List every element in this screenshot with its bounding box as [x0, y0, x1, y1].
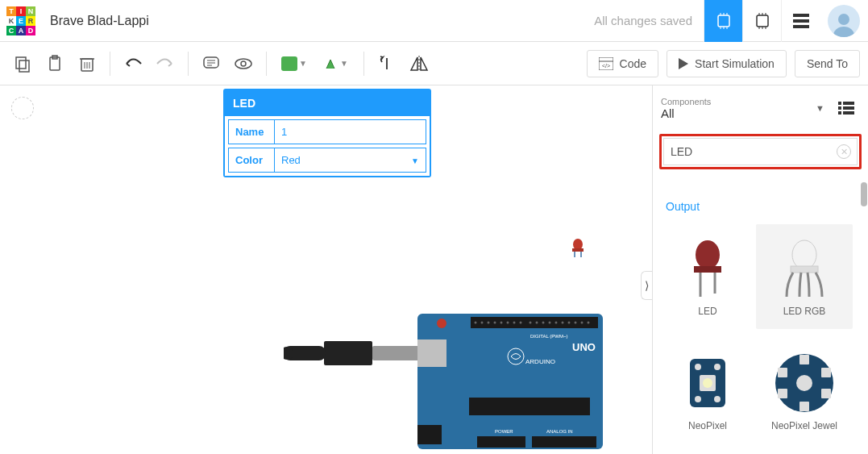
- svg-text:DIGITAL (PWM~): DIGITAL (PWM~): [530, 334, 568, 339]
- list-toggle-button[interactable]: [833, 94, 860, 122]
- wire-color-button[interactable]: ▼: [275, 49, 314, 78]
- toolbar-separator: [363, 52, 364, 76]
- svg-rect-82: [838, 111, 841, 115]
- copy-button[interactable]: [8, 49, 37, 78]
- user-avatar[interactable]: [828, 5, 860, 37]
- svg-rect-103: [778, 389, 787, 398]
- svg-text:UNO: UNO: [572, 341, 596, 353]
- svg-point-75: [575, 322, 577, 324]
- svg-point-33: [241, 61, 246, 66]
- redo-button[interactable]: [151, 49, 180, 78]
- properties-panel: LED Name Color Red ▼: [223, 89, 431, 177]
- svg-point-66: [513, 322, 516, 324]
- svg-point-32: [235, 59, 251, 69]
- components-category-select[interactable]: Components All: [661, 97, 808, 120]
- svg-point-91: [695, 364, 701, 370]
- schematic-view-icon[interactable]: [742, 0, 781, 42]
- canvas[interactable]: LED Name Color Red ▼: [0, 85, 652, 454]
- neopixel-icon: [683, 351, 732, 415]
- mirror-button[interactable]: [405, 49, 434, 78]
- svg-text:POWER: POWER: [495, 429, 513, 434]
- scrollbar-track[interactable]: [860, 182, 868, 424]
- svg-point-67: [520, 322, 522, 324]
- neopixel-jewel-icon: [773, 351, 836, 415]
- property-select-color[interactable]: Red: [274, 148, 426, 172]
- svg-rect-51: [469, 398, 590, 415]
- components-label: Components: [661, 97, 808, 106]
- notes-button[interactable]: [197, 49, 226, 78]
- svg-rect-104: [778, 368, 787, 377]
- component-item-led[interactable]: LED: [659, 224, 756, 329]
- svg-rect-7: [757, 15, 768, 27]
- svg-point-77: [588, 322, 590, 324]
- undo-button[interactable]: [118, 49, 147, 78]
- svg-rect-39: [572, 248, 584, 252]
- svg-rect-100: [821, 368, 831, 377]
- visibility-button[interactable]: [229, 49, 258, 78]
- header-view-icons: [704, 0, 820, 42]
- scrollbar-thumb[interactable]: [861, 182, 867, 206]
- send-to-button[interactable]: Send To: [795, 50, 860, 77]
- svg-rect-0: [718, 15, 729, 27]
- svg-point-73: [562, 322, 564, 324]
- properties-title: LED: [225, 90, 430, 116]
- code-button[interactable]: </> Code: [587, 50, 658, 77]
- svg-rect-83: [843, 111, 854, 115]
- chevron-down-icon: ▼: [340, 59, 348, 68]
- search-input[interactable]: [663, 138, 858, 165]
- svg-point-64: [500, 322, 503, 324]
- svg-point-60: [475, 322, 477, 324]
- toolbar: ▼ ▼ </> Code Start Simulation Send To: [0, 42, 868, 85]
- circuit-view-icon[interactable]: [704, 0, 742, 42]
- svg-rect-78: [838, 102, 841, 105]
- svg-rect-89: [791, 266, 818, 273]
- list-view-icon[interactable]: [781, 0, 820, 42]
- svg-point-62: [488, 322, 490, 324]
- svg-rect-48: [471, 317, 598, 328]
- svg-rect-15: [793, 19, 809, 23]
- sidebar-collapse-handle[interactable]: ⟩: [641, 271, 652, 300]
- component-item-neopixel-jewel[interactable]: NeoPixel Jewel: [756, 339, 853, 444]
- delete-button[interactable]: [73, 49, 102, 78]
- component-name: LED: [698, 306, 716, 317]
- start-simulation-button[interactable]: Start Simulation: [667, 50, 787, 77]
- send-to-label: Send To: [807, 57, 848, 70]
- component-item-led-rgb[interactable]: LED RGB: [756, 224, 853, 329]
- toolbar-separator: [110, 52, 110, 76]
- svg-point-93: [695, 396, 701, 402]
- svg-point-72: [555, 322, 558, 324]
- svg-point-17: [838, 14, 849, 25]
- toolbar-separator: [188, 52, 189, 76]
- chevron-down-icon: ▼: [299, 59, 307, 68]
- canvas-component-led[interactable]: [571, 239, 585, 261]
- chevron-down-icon: ▼: [816, 103, 824, 113]
- property-row-name: Name: [228, 119, 426, 144]
- save-status: All changes saved: [594, 14, 692, 27]
- play-icon: [679, 58, 688, 69]
- header-bar: TIN KER CAD Brave Blad-Lappi All changes…: [0, 0, 868, 42]
- zoom-fit-button[interactable]: [11, 97, 34, 119]
- svg-point-38: [573, 239, 583, 250]
- toolbar-separator: [266, 52, 267, 76]
- color-swatch-icon: [281, 56, 297, 71]
- component-item-neopixel[interactable]: NeoPixel: [659, 339, 756, 444]
- property-input-name[interactable]: [274, 120, 426, 144]
- svg-rect-53: [417, 425, 442, 444]
- property-label-name: Name: [229, 120, 274, 144]
- search-highlight: ✕: [659, 134, 862, 169]
- rotate-button[interactable]: [372, 49, 401, 78]
- canvas-component-arduino[interactable]: UNO ARDUINO DIGITAL (PWM~) POWER ANALOG …: [284, 306, 606, 454]
- svg-point-61: [481, 322, 484, 324]
- tinkercad-logo[interactable]: TIN KER CAD: [0, 0, 42, 42]
- wire-type-button[interactable]: ▼: [317, 49, 355, 78]
- svg-rect-102: [799, 402, 809, 411]
- paste-button[interactable]: [40, 49, 69, 78]
- svg-point-94: [714, 396, 721, 402]
- main-area: LED Name Color Red ▼: [0, 85, 868, 454]
- search-clear-button[interactable]: ✕: [837, 144, 851, 159]
- svg-rect-80: [838, 106, 841, 110]
- svg-point-74: [568, 322, 571, 324]
- svg-point-52: [437, 319, 446, 328]
- component-name: NeoPixel Jewel: [771, 420, 837, 431]
- project-title[interactable]: Brave Blad-Lappi: [50, 14, 594, 28]
